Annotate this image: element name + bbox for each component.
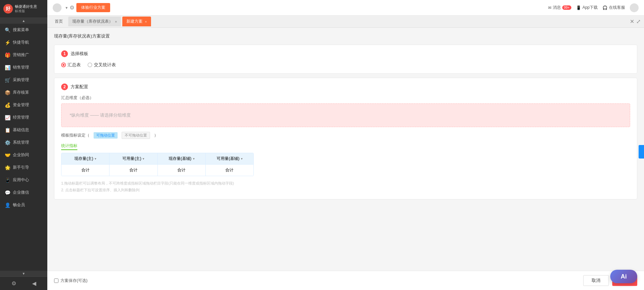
content-area: 现存量(库存状况表)方案设置 1 选择模板 汇总表 交叉统计表 2 [47,28,644,271]
stats-cell-value-0: 合计 [81,168,90,172]
cancel-button[interactable]: 取消 [583,275,609,286]
settings-icon[interactable]: ⚙ [11,280,16,287]
chevron-down-icon-0: ▾ [95,157,96,161]
sidebar-item-basic-info[interactable]: 📋 基础信息 [0,124,47,136]
stats-table-header: 现存量(主) ▾ 可用量(主) ▾ 现存量(基辅 [61,153,253,164]
sidebar-item-label: 销售管理 [13,65,29,70]
message-label: 消息 [553,5,561,10]
tab-inventory-status[interactable]: 现存量（库存状况表） × [68,17,121,26]
stats-col-header-2[interactable]: 现存量(基辅) ▾ [158,153,206,164]
sidebar-item-purchase[interactable]: 🛒 采购管理 [0,74,47,86]
tip-2: 2. 点击标题栏下拉可设置排序、插入列和删除列 [61,187,630,194]
tab-new-plan-label: 新建方案 [126,19,143,24]
sidebar-nav: 🔍 搜索菜单 ⚡ 快捷导航 🎁 营销推广 📊 销售管理 🛒 采购管理 📦 库存核… [0,24,47,271]
sidebar-item-label: 畅会员 [13,202,25,208]
quick-nav-icon: ⚡ [5,40,10,45]
tab-new-plan-close[interactable]: × [145,20,147,24]
ai-label: Ai [621,273,627,280]
radio-summary-circle [61,63,66,67]
stats-cell-3: 合计 [206,164,253,176]
sidebar-item-quick-nav[interactable]: ⚡ 快捷导航 [0,36,47,49]
tab-close-all-btn[interactable]: ✕ [630,18,634,25]
topbar-dropdown-icon[interactable]: ▾ [66,5,68,10]
sidebar-item-wechat[interactable]: 💬 企业微信 [0,186,47,199]
collapse-icon[interactable]: ◀ [32,280,36,287]
sidebar-scroll-up[interactable]: ▲ [0,18,47,24]
sidebar-item-sales[interactable]: 📊 销售管理 [0,61,47,74]
sidebar-item-label: 基础信息 [13,127,29,133]
marketing-icon: 🎁 [5,52,10,58]
tab-expand-btn[interactable]: ⤢ [636,18,641,25]
search-icon: 🔍 [5,27,10,33]
app-download-btn[interactable]: 📱 App下载 [576,5,598,10]
radio-summary[interactable]: 汇总表 [61,62,81,68]
sidebar-item-system[interactable]: ⚙️ 系统管理 [0,136,47,149]
tabbar: 首页 现存量（库存状况表） × 新建方案 × ✕ ⤢ [47,16,644,28]
sidebar-item-label: 新手引导 [13,165,29,170]
footer-bar: 方案保存(可选) 取消 查询 [47,271,644,290]
stats-cell-1: 合计 [109,164,157,176]
step2-header: 2 方案配置 [61,83,630,90]
dimension-box[interactable]: *纵向维度 —— 请选择分组维度 [61,103,630,127]
online-service-label: 在线客服 [609,5,625,10]
template-radio-group: 汇总表 交叉统计表 [61,62,630,68]
sales-icon: 📊 [5,65,10,70]
tab-inventory-status-close[interactable]: × [115,20,117,24]
sidebar-item-finance[interactable]: 💰 资金管理 [0,99,47,111]
stats-col-label-2: 现存量(基辅) [169,156,192,162]
tab-new-plan[interactable]: 新建方案 × [122,17,151,26]
stats-table-body: 合计 合计 合计 合计 [61,164,253,176]
save-checkbox[interactable] [54,279,58,283]
message-btn[interactable]: ✉ 消息 99+ [548,5,571,10]
indicator-row: 模板指标设定（ 可拖动位置 不可拖动位置 ） [61,132,630,139]
app-name-block: 畅捷通好生意 标准版 [15,4,37,14]
stats-table: 现存量(主) ▾ 可用量(主) ▾ 现存量(基辅 [61,153,254,176]
radio-cross[interactable]: 交叉统计表 [88,62,116,68]
sidebar-bottom: ⚙ ◀ [0,276,47,290]
app-version: 标准版 [15,9,37,14]
app-download-icon: 📱 [576,5,581,10]
sidebar-item-label: 采购管理 [13,77,29,83]
sidebar-item-search[interactable]: 🔍 搜索菜单 [0,24,47,36]
topbar-right: ✉ 消息 99+ 📱 App下载 🎧 在线客服 [548,3,639,12]
step2-card: 2 方案配置 汇总维度（必选） *纵向维度 —— 请选择分组维度 模板指标设定（… [54,78,637,199]
save-checkbox-label[interactable]: 方案保存(可选) [54,278,88,284]
save-label: 方案保存(可选) [60,278,88,284]
ai-bubble[interactable]: Ai [610,270,637,283]
indicator-drag-badge: 可拖动位置 [94,132,118,139]
stats-col-header-0[interactable]: 现存量(主) ▾ [61,153,109,164]
user-avatar [53,3,61,12]
sidebar-item-marketing[interactable]: 🎁 营销推广 [0,49,47,61]
tab-home[interactable]: 首页 [51,17,67,26]
sidebar-logo: 好 畅捷通好生意 标准版 [0,0,47,18]
app-name: 畅捷通好生意 [15,4,37,9]
sidebar-item-app-center[interactable]: 📱 应用中心 [0,174,47,186]
stats-cell-0: 合计 [61,164,109,176]
sidebar-item-operations[interactable]: 📈 经营管理 [0,111,47,124]
stats-col-header-3[interactable]: 可用量(基辅) ▾ [206,153,253,164]
stats-cell-value-1: 合计 [129,168,138,172]
radio-cross-circle [88,63,92,67]
stats-cell-2: 合计 [158,164,206,176]
sidebar-item-member[interactable]: 👤 畅会员 [0,199,47,211]
sidebar-item-label: 系统管理 [13,140,29,145]
industry-btn[interactable]: 体验行业方案 [76,3,110,12]
online-service-btn[interactable]: 🎧 在线客服 [602,5,625,10]
dimension-label: 汇总维度（必选） [61,95,630,101]
right-edge-feedback-btn[interactable] [639,145,644,159]
sidebar-item-inventory[interactable]: 📦 库存核算 [0,86,47,99]
sidebar-item-cooperation[interactable]: 🤝 企业协同 [0,149,47,161]
sidebar: 好 畅捷通好生意 标准版 ▲ 🔍 搜索菜单 ⚡ 快捷导航 🎁 营销推广 📊 销售… [0,0,47,290]
tab-inventory-status-label: 现存量（库存状况表） [72,19,113,24]
sidebar-scroll-down[interactable]: ▼ [0,271,47,276]
topbar-gear-icon[interactable]: ⚙ [70,4,74,11]
stats-col-header-1[interactable]: 可用量(主) ▾ [109,153,157,164]
wechat-icon: 💬 [5,190,10,195]
sidebar-item-new-guide[interactable]: 🌟 新手引导 [0,161,47,174]
operations-icon: 📈 [5,115,10,120]
sidebar-item-label: 企业微信 [13,190,29,195]
stats-section: 统计指标 现存量(主) ▾ 可用量(主) ▾ [61,143,630,176]
app-center-icon: 📱 [5,177,10,183]
radio-cross-label: 交叉统计表 [94,62,116,68]
chevron-down-icon-2: ▾ [193,157,195,161]
